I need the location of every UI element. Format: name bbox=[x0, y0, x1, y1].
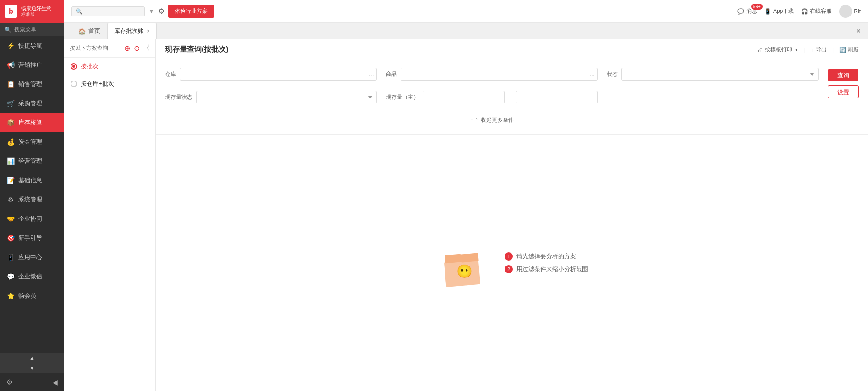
top-search-area[interactable]: 🔍 bbox=[71, 6, 145, 16]
sidebar-item-label: 销售管理 bbox=[18, 80, 42, 88]
add-filter-icon[interactable]: ⊕ bbox=[124, 44, 130, 53]
filter-item-batch[interactable]: 按批次 bbox=[64, 58, 155, 75]
action-divider2: | bbox=[832, 47, 834, 53]
tab-panel-close-btn[interactable]: × bbox=[857, 27, 861, 35]
stock-amount-to[interactable] bbox=[516, 91, 598, 103]
sidebar-item-sales[interactable]: 📋 销售管理 bbox=[0, 75, 64, 94]
top-search-icon: 🔍 bbox=[76, 8, 82, 15]
sidebar-item-quicknav[interactable]: ⚡ 快捷导航 bbox=[0, 36, 64, 55]
refresh-icon: 🔄 bbox=[839, 47, 846, 53]
operations-icon: 📊 bbox=[6, 157, 15, 165]
wechat-icon: 💬 bbox=[6, 272, 15, 281]
message-badge: 99+ bbox=[751, 4, 763, 10]
filter-label-batch: 按批次 bbox=[81, 62, 99, 71]
experience-btn[interactable]: 体验行业方案 bbox=[168, 5, 214, 18]
print-action[interactable]: 🖨 按模板打印 ▼ bbox=[758, 46, 799, 54]
settings-icon[interactable]: ⚙ bbox=[6, 378, 13, 386]
empty-state: 😶 1 请先选择要分析的方案 2 用过滤条件来缩小分析范围 bbox=[156, 135, 868, 391]
main-area: 🔍 ▼ ⚙ 体验行业方案 💬 消息 99+ 📱 App下载 🎧 在线客服 Ri bbox=[64, 0, 868, 391]
enterprise-icon: 🤝 bbox=[6, 215, 15, 223]
sidebar-item-label: 营销推广 bbox=[18, 61, 42, 69]
radio-batch bbox=[71, 63, 77, 70]
goods-input-wrap: … bbox=[401, 68, 598, 81]
basics-icon: 📝 bbox=[6, 176, 15, 185]
app-download-area[interactable]: 📱 App下载 bbox=[764, 7, 794, 15]
user-avatar bbox=[839, 5, 852, 18]
goods-input[interactable] bbox=[401, 68, 598, 81]
empty-tips: 1 请先选择要分析的方案 2 用过滤条件来缩小分析范围 bbox=[505, 252, 588, 273]
status-select[interactable] bbox=[621, 68, 819, 81]
warehouse-dots-icon[interactable]: … bbox=[368, 71, 374, 77]
tab-inventory-batch[interactable]: 库存批次账 × bbox=[107, 23, 157, 39]
settings-filter-icon[interactable]: ⊙ bbox=[134, 44, 140, 53]
sidebar-item-marketing[interactable]: 📢 营销推广 bbox=[0, 55, 64, 75]
sidebar-item-label: 应用中心 bbox=[18, 253, 42, 261]
export-action[interactable]: ↑ 导出 bbox=[811, 46, 827, 54]
settings-btn[interactable]: 设置 bbox=[828, 85, 859, 98]
print-dropdown-icon[interactable]: ▼ bbox=[794, 47, 799, 52]
online-service-label: 在线客服 bbox=[810, 7, 832, 15]
sidebar-search[interactable]: 🔍 搜索菜单 bbox=[0, 23, 64, 36]
sidebar-item-enterprise[interactable]: 🤝 企业协同 bbox=[0, 209, 64, 228]
field-stock-status: 现存量状态 bbox=[165, 91, 377, 103]
sidebar-item-inventory[interactable]: 📦 库存核算 bbox=[0, 113, 64, 132]
collapse-conditions-btn[interactable]: ⌃⌃ 收起更多条件 bbox=[165, 114, 819, 127]
page-titlebar: 现存量查询(按批次) 🖨 按模板打印 ▼ | ↑ 导出 | 🔄 bbox=[156, 39, 868, 60]
sidebar-scroll-down[interactable]: ▼ bbox=[0, 363, 64, 373]
sidebar-item-label: 基础信息 bbox=[18, 176, 42, 185]
online-service-area[interactable]: 🎧 在线客服 bbox=[801, 7, 832, 15]
refresh-action[interactable]: 🔄 刷新 bbox=[839, 46, 859, 54]
form-row-1: 仓库 … 商品 … bbox=[165, 68, 819, 81]
message-area[interactable]: 💬 消息 99+ bbox=[737, 7, 757, 15]
member-icon: ⭐ bbox=[6, 292, 15, 300]
goods-dots-icon[interactable]: … bbox=[589, 71, 595, 77]
main-content: 现存量查询(按批次) 🖨 按模板打印 ▼ | ↑ 导出 | 🔄 bbox=[156, 39, 868, 391]
system-icon: ⚙ bbox=[6, 196, 15, 204]
sidebar-item-label: 畅会员 bbox=[18, 292, 36, 300]
collapse-up-icon: ⌃⌃ bbox=[470, 117, 479, 124]
collapse-sidebar-icon[interactable]: ◀ bbox=[53, 379, 58, 386]
range-dash: — bbox=[507, 94, 513, 101]
stock-amount-label: 现存量（主） bbox=[386, 93, 419, 101]
empty-tip-2: 2 用过滤条件来缩小分析范围 bbox=[505, 265, 588, 273]
collapse-filter-icon[interactable]: 《 bbox=[143, 44, 150, 53]
warehouse-input[interactable] bbox=[180, 68, 377, 81]
sidebar-item-member[interactable]: ⭐ 畅会员 bbox=[0, 286, 64, 305]
stock-amount-from[interactable] bbox=[423, 91, 505, 103]
dropdown-arrow-icon[interactable]: ▼ bbox=[148, 8, 154, 15]
sidebar-item-label: 资金管理 bbox=[18, 138, 42, 146]
tab-active-label: 库存批次账 bbox=[114, 27, 144, 35]
headset-icon: 🎧 bbox=[801, 8, 808, 15]
form-row-2: 现存量状态 现存量（主） — bbox=[165, 91, 819, 103]
stock-status-select[interactable] bbox=[196, 91, 377, 103]
search-btn[interactable]: 查询 bbox=[828, 69, 858, 81]
page-title: 现存量查询(按批次) bbox=[165, 45, 229, 54]
sidebar-item-wechat[interactable]: 💬 企业微信 bbox=[0, 267, 64, 286]
warehouse-input-wrap: … bbox=[180, 68, 377, 81]
export-label: 导出 bbox=[816, 46, 827, 54]
sidebar-item-basics[interactable]: 📝 基础信息 bbox=[0, 171, 64, 190]
sidebar-item-finance[interactable]: 💰 资金管理 bbox=[0, 132, 64, 152]
sidebar-scroll-up[interactable]: ▲ bbox=[0, 353, 64, 363]
sidebar-item-operations[interactable]: 📊 经营管理 bbox=[0, 152, 64, 171]
filter-label-warehouse-batch: 按仓库+批次 bbox=[81, 80, 114, 88]
purchase-icon: 🛒 bbox=[6, 99, 15, 108]
svg-rect-1 bbox=[445, 254, 461, 263]
topbar-left: 🔍 ▼ ⚙ 体验行业方案 bbox=[71, 5, 732, 18]
gear-icon[interactable]: ⚙ bbox=[158, 7, 165, 16]
sidebar-item-appstore[interactable]: 📱 应用中心 bbox=[0, 248, 64, 267]
user-area[interactable]: Rit bbox=[839, 5, 861, 18]
field-goods: 商品 … bbox=[386, 68, 598, 81]
stock-status-label: 现存量状态 bbox=[165, 93, 192, 101]
filter-item-warehouse-batch[interactable]: 按仓库+批次 bbox=[64, 75, 155, 92]
finance-icon: 💰 bbox=[6, 138, 15, 146]
filter-actions: ⊕ ⊙ 《 bbox=[124, 44, 150, 53]
svg-text:😶: 😶 bbox=[456, 264, 472, 279]
tip-text-2: 用过滤条件来缩小分析范围 bbox=[516, 265, 588, 273]
tab-home[interactable]: 🏠 首页 bbox=[71, 23, 107, 39]
sidebar-item-purchase[interactable]: 🛒 采购管理 bbox=[0, 94, 64, 113]
sidebar-item-newguide[interactable]: 🎯 新手引导 bbox=[0, 228, 64, 248]
sidebar-item-system[interactable]: ⚙ 系统管理 bbox=[0, 190, 64, 209]
sidebar-item-label: 新手引导 bbox=[18, 234, 42, 242]
tab-close-btn[interactable]: × bbox=[147, 28, 150, 34]
